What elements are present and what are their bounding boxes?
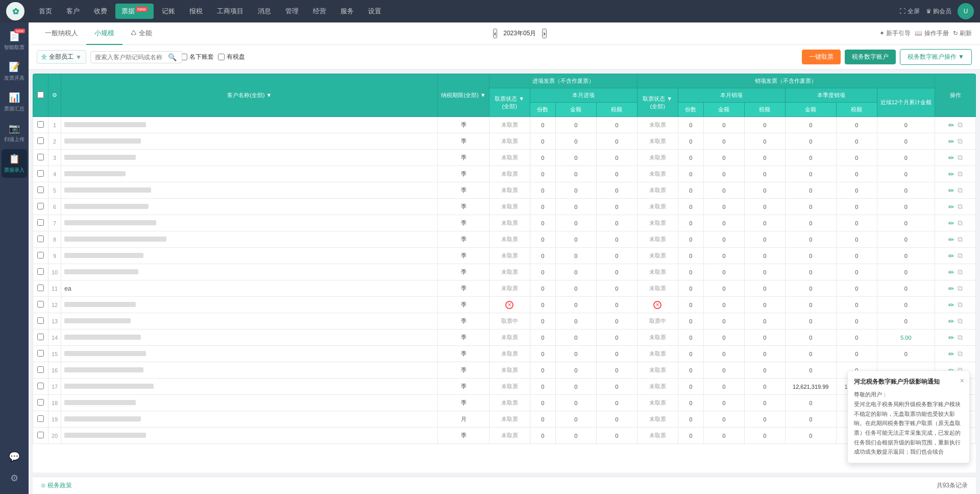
row-checkbox[interactable] [37, 203, 44, 209]
sidebar-item-issue[interactable]: 📝 发票开具 [2, 57, 27, 86]
tab-general-taxpayer[interactable]: 一般纳税人 [37, 22, 86, 45]
nav-fee[interactable]: 收费 [88, 4, 113, 19]
row-checkbox[interactable] [37, 170, 44, 177]
edit-icon[interactable]: ✏ [948, 285, 954, 293]
staff-selector[interactable]: 全 全部员工 ▼ [37, 50, 86, 64]
nav-tax[interactable]: 报税 [183, 4, 209, 19]
tax-digital-button[interactable]: 税务数字账户 [845, 50, 896, 64]
row-checkbox[interactable] [37, 415, 44, 422]
edit-icon[interactable]: ✏ [948, 301, 954, 309]
copy-icon[interactable]: ⧉ [958, 121, 963, 129]
copy-icon[interactable]: ⧉ [958, 300, 963, 309]
checkbox-taxdisk[interactable]: 有税盘 [218, 53, 245, 61]
popup-close-button[interactable]: × [960, 375, 964, 386]
one-key-ticket-button[interactable]: 一键取票 [802, 50, 841, 64]
copy-icon[interactable]: ⧉ [958, 251, 963, 260]
edit-icon[interactable]: ✏ [948, 252, 954, 260]
tab-small-scale[interactable]: 小规模 [86, 22, 122, 45]
row-checkbox[interactable] [37, 366, 44, 373]
next-month-button[interactable]: › [542, 29, 546, 38]
nav-manage[interactable]: 管理 [279, 4, 305, 19]
edit-icon[interactable]: ✏ [948, 334, 954, 342]
nav-invoice[interactable]: 票据new [115, 4, 154, 19]
copy-icon[interactable]: ⧉ [958, 219, 963, 227]
nav-customer[interactable]: 客户 [60, 4, 86, 19]
row-checkbox[interactable] [37, 350, 44, 357]
row-checkbox[interactable] [37, 432, 44, 438]
prev-month-button[interactable]: ‹ [493, 29, 497, 38]
row-checkbox[interactable] [37, 137, 44, 144]
copy-icon[interactable]: ⧉ [958, 137, 963, 146]
tax-digital-ops-button[interactable]: 税务数字账户操作 ▼ [900, 49, 972, 65]
edit-icon[interactable]: ✏ [948, 350, 954, 358]
nav-settings[interactable]: 设置 [362, 4, 387, 19]
edit-icon[interactable]: ✏ [948, 186, 954, 195]
status-out-cell: 取票中 [637, 313, 678, 330]
row-checkbox[interactable] [37, 334, 44, 340]
th-ticket-status-out[interactable]: 取票状态 ▼(全部) [637, 88, 678, 117]
checkbox-taxdisk-input[interactable] [218, 54, 225, 60]
nav-home[interactable]: 首页 [33, 4, 58, 19]
row-checkbox[interactable] [37, 268, 44, 275]
edit-icon[interactable]: ✏ [948, 154, 954, 162]
row-checkbox-cell [33, 330, 48, 346]
row-checkbox[interactable] [37, 317, 44, 324]
customer-name-cell [61, 264, 438, 280]
tax-policy-link[interactable]: ⊙ 税务政策 [41, 482, 72, 489]
th-tax-quota[interactable]: 纳税期限(全部) ▼ [438, 74, 489, 117]
edit-icon[interactable]: ✏ [948, 170, 954, 178]
tab-all[interactable]: ♺ 全能 [122, 22, 160, 45]
copy-icon[interactable]: ⧉ [958, 349, 963, 358]
sidebar-item-record[interactable]: 📋 票据录入 [2, 149, 27, 178]
copy-icon[interactable]: ⧉ [958, 202, 963, 211]
sidebar-item-scan[interactable]: 📷 扫描上传 [2, 119, 27, 147]
edit-icon[interactable]: ✏ [948, 317, 954, 325]
select-all-checkbox[interactable] [37, 91, 44, 98]
copy-icon[interactable]: ⧉ [958, 153, 963, 162]
edit-icon[interactable]: ✏ [948, 219, 954, 227]
edit-icon[interactable]: ✏ [948, 268, 954, 276]
row-checkbox[interactable] [37, 154, 44, 160]
refresh-link[interactable]: ↻ 刷新 [953, 29, 972, 38]
copy-icon[interactable]: ⧉ [958, 235, 963, 244]
copy-icon[interactable]: ⧉ [958, 186, 963, 195]
member-button[interactable]: ♛ 购会员 [926, 7, 951, 16]
row-checkbox[interactable] [37, 219, 44, 226]
copy-icon[interactable]: ⧉ [958, 170, 963, 178]
checkbox-account[interactable]: 名下账套 [181, 53, 214, 61]
user-avatar[interactable]: U [958, 3, 974, 19]
row-checkbox[interactable] [37, 186, 44, 193]
row-checkbox[interactable] [37, 236, 44, 242]
copy-icon[interactable]: ⧉ [958, 268, 963, 276]
edit-icon[interactable]: ✏ [948, 236, 954, 244]
row-checkbox[interactable] [37, 285, 44, 291]
new-guide-link[interactable]: ✦ 新手引导 [879, 29, 911, 38]
th-customer-name[interactable]: 客户名称(全部) ▼ [61, 74, 438, 117]
status-out-cell: ✕ [637, 297, 678, 313]
edit-icon[interactable]: ✏ [948, 121, 954, 129]
search-button[interactable]: 🔍 [168, 53, 177, 61]
row-checkbox[interactable] [37, 121, 44, 128]
amount-out-cell: 0 [703, 313, 744, 330]
manual-link[interactable]: 📖 操作手册 [915, 29, 948, 38]
nav-accounting[interactable]: 记账 [156, 4, 181, 19]
nav-business[interactable]: 工商项目 [211, 4, 250, 19]
sidebar-item-chat[interactable]: 💬 [2, 447, 27, 466]
sidebar-item-config[interactable]: ⚙ [2, 468, 27, 488]
edit-icon[interactable]: ✏ [948, 203, 954, 211]
copy-icon[interactable]: ⧉ [958, 284, 963, 293]
edit-icon[interactable]: ✏ [948, 137, 954, 146]
nav-operation[interactable]: 经营 [307, 4, 332, 19]
th-ticket-status-in[interactable]: 取票状态 ▼(全部) [489, 88, 530, 117]
sidebar-item-smart-ticket[interactable]: 📄 智能取票 new [2, 27, 27, 55]
row-checkbox[interactable] [37, 301, 44, 308]
row-checkbox[interactable] [37, 252, 44, 258]
copy-icon[interactable]: ⧉ [958, 317, 963, 325]
nav-service[interactable]: 服务 [334, 4, 360, 19]
row-checkbox[interactable] [37, 399, 44, 406]
row-checkbox[interactable] [37, 383, 44, 389]
copy-icon[interactable]: ⧉ [958, 333, 963, 342]
sidebar-item-summary[interactable]: 📊 票据汇总 [2, 88, 27, 116]
fullscreen-button[interactable]: ⛶ 全屏 [899, 7, 919, 16]
nav-message[interactable]: 消息 [252, 4, 277, 19]
